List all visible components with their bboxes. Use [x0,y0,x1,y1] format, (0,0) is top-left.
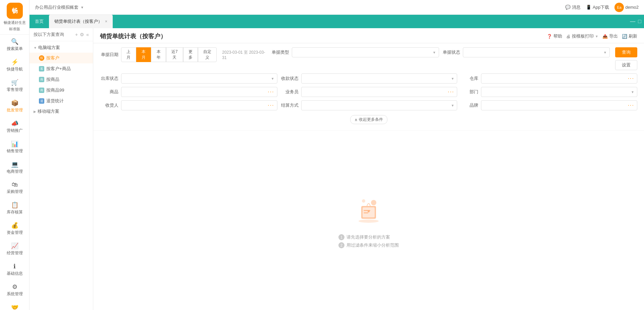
sidebar-item-inventory[interactable]: 📋 库存核算 [0,198,29,218]
tab-sales-report[interactable]: 销货单统计表（按客户） × [49,15,113,28]
print-dropdown-icon: ▼ [595,35,598,38]
date-btn-7days[interactable]: 近7天 [166,47,183,62]
order-status-select[interactable]: ▼ [463,47,610,57]
settings-scheme-icon[interactable]: ⚙ [80,32,84,37]
out-status-select[interactable]: ▼ [121,73,277,84]
sidebar-item-label: 电商管理 [7,169,23,174]
goods-dots-icon[interactable]: ··· [268,89,274,95]
warehouse-dots-icon[interactable]: ··· [628,75,634,82]
sidebar-item-operations[interactable]: 📈 经营管理 [0,239,29,259]
home-tab-label: 首页 [35,18,44,24]
order-type-select[interactable]: ▼ [292,47,439,57]
sidebar-item-wholesale[interactable]: 📦 批发管理 [0,96,29,116]
collection-status-select[interactable]: ▼ [301,73,458,84]
date-label: 单据日期 [100,52,118,58]
empty-hint-2: 2 用过滤条件来缩小分析范围 [338,242,399,248]
scheme-item-customer[interactable]: 按 按客户 [30,53,93,63]
sidebar-item-basic-info[interactable]: ℹ 基础信息 [0,259,29,280]
customer-goods-scheme-icon: 客 [39,66,44,71]
collapse-row[interactable]: ∧ 收起更多条件 [100,113,637,126]
scheme-item-customer-goods[interactable]: 客 按客户+商品 [30,63,93,74]
scheme-item-label: 按客户+商品 [46,66,71,72]
date-btn-more[interactable]: 更多 [183,47,198,62]
sidebar-item-label: 资金管理 [7,230,23,236]
export-icon: 📤 [602,34,608,39]
sidebar-item-retail[interactable]: 🛒 零售管理 [0,75,29,96]
right-content: 销货单统计表（按客户） ❓ 帮助 🖨 按模板打印 ▼ 📤 导出 [93,28,644,310]
search-icon: 🔍 [11,38,18,45]
page-title: 销货单统计表（按客户） [100,32,166,40]
message-button[interactable]: 💬 消息 [565,4,581,10]
operations-icon: 📈 [11,242,18,250]
sidebar-item-label: 经营管理 [7,250,23,256]
scheme-item-goods99[interactable]: 商 按商品99 [30,85,93,96]
user-profile[interactable]: Ea demo2 [614,3,639,12]
receiver-select[interactable]: ··· [121,100,277,110]
department-select[interactable]: ▼ [481,87,637,97]
header-dropdown-icon[interactable]: ▾ [81,5,83,10]
left-panel-actions: + ⚙ « [75,32,89,37]
left-panel-header: 按以下方案查询 + ⚙ « [30,28,93,41]
marketing-icon: 📣 [11,120,18,127]
system-icon: ⚙ [12,283,17,291]
order-type-label: 单据类型 [271,49,289,55]
sidebar-item-system[interactable]: ⚙ 系统管理 [0,280,29,300]
mobile-group-arrow-icon: ▶ [34,110,36,113]
message-icon: 💬 [565,5,571,10]
sidebar-item-sales[interactable]: 📊 销售管理 [0,137,29,157]
date-btn-last-month[interactable]: 上月 [121,47,136,62]
tab-maximize-icon[interactable]: □ [638,18,641,24]
brand-dots-icon[interactable]: ··· [628,102,634,108]
purchase-icon: 🛍 [12,181,18,188]
export-button[interactable]: 📤 导出 [602,33,618,39]
collapse-button[interactable]: ∧ 收起更多条件 [350,115,387,124]
sidebar-item-enterprise[interactable]: 🤝 企业协同 [0,300,29,310]
brand-select[interactable]: ··· [481,100,637,110]
out-status-label: 出库状态 [100,75,118,82]
sidebar-item-quicknav[interactable]: ⚡ 快捷导航 [0,55,29,75]
goods-select[interactable]: ··· [121,87,277,97]
collection-status-label: 收款状态 [280,75,299,82]
scheme-item-return[interactable]: 退 退货统计 [30,96,93,106]
tab-close-icon[interactable]: × [105,19,107,24]
goods-label: 商品 [100,89,118,95]
add-scheme-icon[interactable]: + [75,32,78,37]
sidebar-item-label: 快捷导航 [7,66,23,72]
sidebar-item-finance[interactable]: 💰 资金管理 [0,218,29,239]
customer-scheme-icon: 按 [39,55,44,61]
warehouse-label: 仓库 [460,75,478,82]
date-btn-custom[interactable]: 自定义 [198,47,217,62]
desktop-scheme-group[interactable]: ▼ 电脑端方案 [30,43,93,53]
collection-status-arrow-icon: ▼ [451,77,454,81]
query-button[interactable]: 查询 [615,47,637,57]
date-btn-this-month[interactable]: 本月 [136,47,151,62]
help-label: 帮助 [553,33,562,39]
left-panel-title: 按以下方案查询 [34,32,64,38]
warehouse-select[interactable]: ··· [481,73,637,84]
collapse-panel-icon[interactable]: « [86,32,89,37]
sidebar-item-marketing[interactable]: 📣 营销推广 [0,116,29,137]
salesperson-select[interactable]: ··· [301,87,458,97]
print-button[interactable]: 🖨 按模板打印 ▼ [566,33,598,39]
help-button[interactable]: ❓ 帮助 [547,33,562,39]
mobile-scheme-group[interactable]: ▶ 移动端方案 [30,106,93,116]
tab-minimize-icon[interactable]: — [630,18,635,24]
message-label: 消息 [572,4,581,10]
date-range-text: 2023-03-01 至 2023-03-31 [222,50,268,60]
date-btn-this-year[interactable]: 本年 [151,47,166,62]
sidebar-item-label: 销售管理 [7,148,23,154]
empty-hint: 1 请先选择要分析的方案 2 用过滤条件来缩小分析范围 [338,234,399,248]
sidebar-item-ecommerce[interactable]: 💻 电商管理 [0,157,29,178]
receiver-dots-icon[interactable]: ··· [268,102,274,108]
salesperson-dots-icon[interactable]: ··· [448,89,454,95]
settings-button[interactable]: 设置 [615,60,637,70]
settlement-select[interactable]: ▼ [301,100,458,110]
wholesale-icon: 📦 [11,99,18,107]
print-label: 按模板打印 [572,33,594,39]
sidebar-item-search[interactable]: 🔍 搜索菜单 [0,35,29,55]
app-download-button[interactable]: 📱 App下载 [586,4,609,10]
tab-home[interactable]: 首页 [30,15,49,28]
refresh-button[interactable]: 🔄 刷新 [622,33,637,39]
sidebar-item-purchase[interactable]: 🛍 采购管理 [0,178,29,198]
scheme-item-goods[interactable]: 商 按商品 [30,74,93,85]
